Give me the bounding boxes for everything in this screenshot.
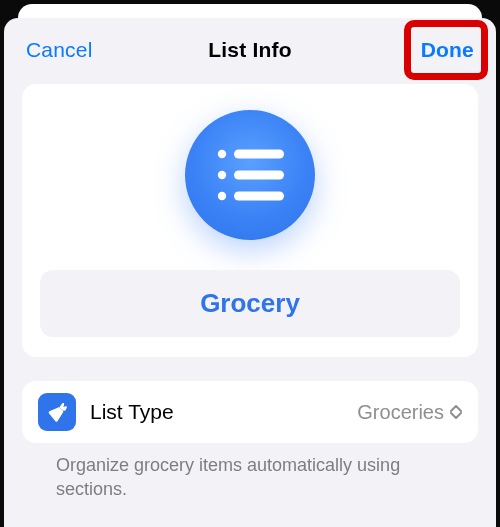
- cancel-button[interactable]: Cancel: [26, 38, 93, 62]
- svg-rect-3: [234, 150, 284, 159]
- done-button[interactable]: Done: [421, 38, 474, 62]
- list-type-value: Groceries: [357, 401, 444, 424]
- modal-header: Cancel List Info Done: [4, 18, 496, 84]
- list-type-value-group: Groceries: [357, 401, 462, 424]
- page-title: List Info: [208, 38, 291, 62]
- svg-point-1: [218, 171, 226, 179]
- list-icon-preview[interactable]: [185, 110, 315, 240]
- modal-content: Grocery List Type Groceries: [4, 84, 496, 527]
- list-bullet-icon: [214, 144, 286, 206]
- svg-point-0: [218, 150, 226, 158]
- svg-point-2: [218, 192, 226, 200]
- list-type-label: List Type: [90, 400, 343, 424]
- list-type-card: List Type Groceries: [22, 381, 478, 443]
- list-icon-name-card: Grocery: [22, 84, 478, 357]
- list-type-icon-badge: [38, 393, 76, 431]
- chevron-up-down-icon: [450, 404, 462, 420]
- modal-sheet: Cancel List Info Done Grocery: [4, 18, 496, 527]
- list-type-row[interactable]: List Type Groceries: [22, 381, 478, 443]
- svg-rect-5: [234, 192, 284, 201]
- carrot-icon: [46, 401, 68, 423]
- svg-rect-4: [234, 171, 284, 180]
- list-name-field[interactable]: Grocery: [40, 270, 460, 337]
- done-button-wrap: Done: [417, 34, 478, 66]
- list-type-hint: Organize grocery items automatically usi…: [22, 453, 478, 502]
